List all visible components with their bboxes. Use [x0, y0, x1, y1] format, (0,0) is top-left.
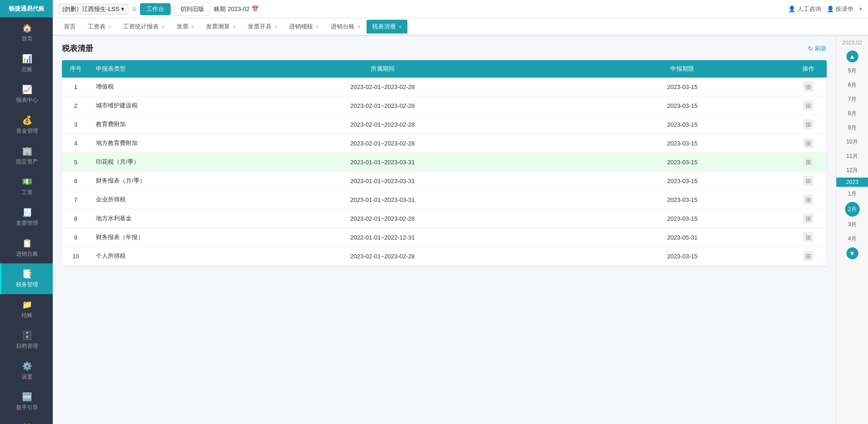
tab-close-icon[interactable]: ×	[399, 24, 401, 29]
cell-action: ⊞	[790, 78, 827, 96]
app-logo: 畅捷通易代账	[0, 0, 53, 17]
date-nav-down-button[interactable]: ▼	[846, 247, 858, 259]
copy-icon[interactable]: ⧉	[132, 6, 136, 13]
month-5[interactable]: 5月	[836, 65, 868, 77]
action-icon[interactable]: ⊞	[803, 251, 813, 261]
date-sidebar-header: 2023.02	[836, 38, 868, 48]
sidebar-item-label: 发票管理	[16, 219, 38, 227]
tab-purchase-ledger[interactable]: 进销台账 ×	[325, 20, 366, 33]
sidebar-item-label: 固定资产	[16, 158, 38, 166]
tab-close-icon[interactable]: ×	[274, 24, 277, 29]
history-button[interactable]: 切到旧版	[174, 3, 210, 16]
tab-label: 税表清册	[372, 22, 396, 31]
table-row: 2 城市维护建设税 2023-02-01~2023-02-28 2023-03-…	[62, 96, 827, 115]
sidebar-item-label: 设置	[22, 373, 33, 381]
sidebar-item-purchase[interactable]: 📋 进销台账	[0, 233, 53, 263]
col-period: 所属期间	[190, 60, 575, 78]
col-deadline: 申报期限	[575, 60, 790, 78]
action-icon[interactable]: ⊞	[803, 176, 813, 186]
tab-label: 发票	[177, 22, 189, 31]
sidebar-item-guide[interactable]: 🆕 新手引导	[0, 386, 53, 417]
action-icon[interactable]: ⊞	[803, 213, 813, 223]
sidebar-item-home[interactable]: 🏠 首页	[0, 17, 53, 48]
sidebar-item-archive[interactable]: 🗄️ 归档管理	[0, 325, 53, 356]
tab-close-icon[interactable]: ×	[191, 24, 194, 29]
cell-deadline: 2023-03-15	[575, 247, 790, 266]
tab-salary[interactable]: 工资表 ×	[82, 20, 117, 33]
month-11[interactable]: 11月	[836, 150, 868, 162]
cell-action: ⊞	[790, 228, 827, 247]
month-2-active[interactable]: 2月	[845, 202, 860, 217]
sidebar-item-settings[interactable]: ⚙️ 设置	[0, 356, 53, 386]
month-10[interactable]: 10月	[836, 136, 868, 148]
asset-icon: 🏢	[22, 146, 32, 156]
col-index: 序号	[62, 60, 89, 78]
sidebar-item-tax[interactable]: 📑 税务管理	[0, 263, 53, 294]
month-9[interactable]: 9月	[836, 122, 868, 134]
action-icon[interactable]: ⊞	[803, 232, 813, 242]
tab-close-icon[interactable]: ×	[108, 24, 111, 29]
sidebar-item-closing[interactable]: 📁 结账	[0, 294, 53, 325]
sidebar-item-label: 结账	[22, 312, 33, 319]
tax-icon: 📑	[22, 269, 32, 279]
action-icon[interactable]: ⊞	[803, 138, 813, 148]
tab-salary-stat[interactable]: 工资统计报表 ×	[117, 20, 170, 33]
close-button[interactable]: ×	[859, 6, 862, 12]
month-7-row: 7月	[836, 92, 868, 106]
cell-type: 企业所得税	[89, 190, 190, 209]
sidebar-item-salary[interactable]: 💵 工资	[0, 171, 53, 202]
sidebar-item-fund[interactable]: 💰 资金管理	[0, 110, 53, 140]
salary-icon: 💵	[22, 177, 32, 187]
user-avatar[interactable]: 👤 徐泽华	[827, 5, 854, 13]
purchase-icon: 📋	[22, 238, 32, 248]
sidebar-item-asset[interactable]: 🏢 固定资产	[0, 140, 53, 171]
col-action: 操作	[790, 60, 827, 78]
refresh-button[interactable]: ↻ 刷新	[808, 45, 827, 53]
tab-close-icon[interactable]: ×	[357, 24, 360, 29]
tab-close-icon[interactable]: ×	[161, 24, 164, 29]
month-12[interactable]: 12月	[836, 164, 868, 177]
tab-invoice-open[interactable]: 发票开具 ×	[242, 20, 283, 33]
sidebar-item-label: 税务管理	[16, 281, 38, 289]
tab-purchase-review[interactable]: 进销稽核 ×	[284, 20, 324, 33]
sidebar-item-invoice[interactable]: 🧾 发票管理	[0, 202, 53, 233]
cell-period: 2023-01-01~2023-03-31	[190, 172, 575, 190]
company-selector[interactable]: (勿删）江西报生-LSS ▾	[58, 4, 128, 15]
month-1[interactable]: 1月	[836, 188, 868, 200]
action-icon[interactable]: ⊞	[803, 119, 813, 129]
tab-close-icon[interactable]: ×	[316, 24, 318, 29]
customer-service-button[interactable]: 👤 人工咨询	[788, 5, 821, 13]
cell-action: ⊞	[790, 153, 827, 172]
sidebar-item-label: 总账	[22, 66, 33, 73]
tabbar: 首页 工资表 × 工资统计报表 × 发票 × 发票测算 × 发票开具 × 进销稽…	[53, 18, 868, 36]
cell-type: 教育费附加	[89, 115, 190, 134]
month-8[interactable]: 8月	[836, 107, 868, 120]
action-icon[interactable]: ⊞	[803, 157, 813, 167]
cell-period: 2023-01-01~2023-03-31	[190, 190, 575, 209]
sidebar-item-report[interactable]: 📈 报表中心	[0, 79, 53, 110]
tab-home[interactable]: 首页	[58, 20, 81, 33]
date-nav-up-button[interactable]: ▲	[846, 50, 858, 62]
cell-period: 2023-02-01~2023-02-28	[190, 115, 575, 134]
month-6[interactable]: 6月	[836, 79, 868, 91]
cell-index: 7	[62, 190, 89, 209]
workbench-button[interactable]: 工作台	[140, 3, 171, 15]
tab-invoice[interactable]: 发票 ×	[171, 20, 200, 33]
tab-close-icon[interactable]: ×	[233, 24, 235, 29]
action-icon[interactable]: ⊞	[803, 82, 813, 92]
month-7[interactable]: 7月	[836, 93, 868, 106]
sidebar-item-ledger[interactable]: 📊 总账	[0, 48, 53, 79]
month-3[interactable]: 3月	[836, 218, 868, 231]
tab-invoice-calc[interactable]: 发票测算 ×	[200, 20, 241, 33]
archive-icon: 🗄️	[22, 330, 32, 340]
calendar-icon[interactable]: 📅	[251, 6, 259, 12]
month-4[interactable]: 4月	[836, 233, 868, 245]
month-3-row: 3月	[836, 218, 868, 232]
sidebar-item-member[interactable]: 👑 畅会员	[0, 417, 53, 424]
action-icon[interactable]: ⊞	[803, 100, 813, 111]
cell-index: 10	[62, 247, 89, 266]
tab-tax-list[interactable]: 税表清册 ×	[367, 20, 407, 33]
tab-label: 进销稽核	[289, 22, 313, 31]
table-row: 7 企业所得税 2023-01-01~2023-03-31 2023-03-15…	[62, 190, 827, 209]
action-icon[interactable]: ⊞	[803, 195, 813, 205]
